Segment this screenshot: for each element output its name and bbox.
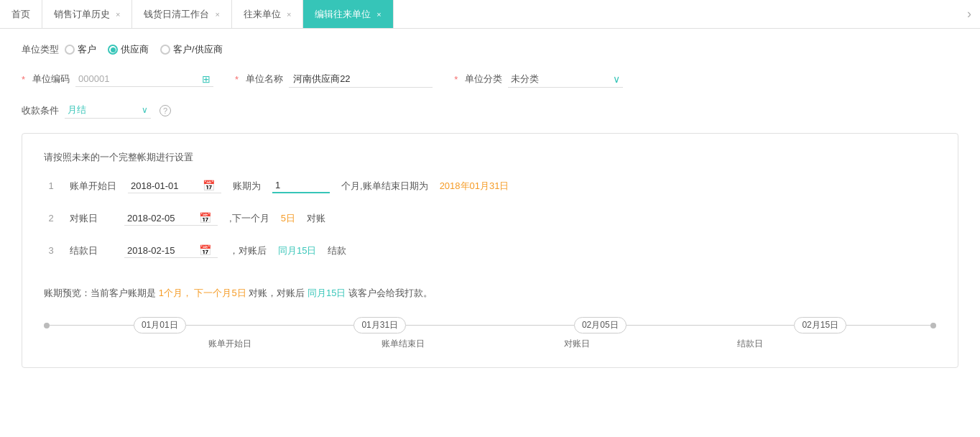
timeline-node-2: 01月31日: [353, 317, 406, 334]
payment-terms-label: 收款条件: [22, 104, 59, 117]
required-star2: *: [235, 74, 239, 85]
tl-seg-5: [846, 325, 930, 326]
calendar-icon-2[interactable]: 📅: [199, 212, 211, 224]
reconcile-suffix: 对账: [307, 212, 325, 225]
tabs-bar: 首页 销售订单历史 × 钱货日清工作台 × 往来单位 × 编辑往来单位 × ›: [0, 0, 980, 29]
timeline-node-4: 02月15日: [794, 317, 846, 334]
setting-row-3: 3 结款日 📅 ，对账后同月15日 结款: [44, 243, 936, 258]
payment-terms-select[interactable]: 月结 ∨: [65, 102, 151, 119]
payment-prefix: ，对账后: [229, 244, 267, 257]
settings-box: 请按照未来的一个完整帐期进行设置 1 账单开始日 📅 账期为 个月,账单结束日期…: [22, 133, 958, 368]
unit-category-dropdown[interactable]: 未分类 ∨: [508, 71, 623, 88]
radio-both-label: 客户/供应商: [173, 43, 223, 56]
unit-type-label: 单位类型: [22, 43, 59, 56]
row-label-reconcile: 对账日: [70, 212, 113, 225]
row-label-start: 账单开始日: [70, 180, 116, 193]
unit-name-group: * 单位名称: [235, 70, 433, 88]
reconcile-highlight: 5日: [281, 212, 295, 225]
timeline-node-3: 02月05日: [574, 317, 627, 334]
close-icon[interactable]: ×: [215, 10, 219, 19]
timeline-pill-1: 01月01日: [134, 317, 186, 334]
radio-customer[interactable]: 客户: [65, 43, 96, 56]
timeline-pill-4: 02月15日: [794, 317, 846, 334]
required-star3: *: [454, 74, 458, 85]
payment-terms-group: 收款条件 月结 ∨ ?: [22, 102, 171, 119]
tab-cash-work[interactable]: 钱货日清工作台 ×: [132, 0, 231, 28]
tab-home-label: 首页: [11, 8, 30, 21]
tab-partner-label: 往来单位: [244, 8, 281, 21]
preview-part5: 该客户会给我打款。: [348, 288, 433, 298]
payment-date-input[interactable]: [127, 245, 199, 256]
start-date-input[interactable]: [131, 180, 203, 191]
start-date-input-group: 📅: [128, 178, 221, 193]
unit-info-row: * 单位编码 ⊞ * 单位名称 * 单位分类 未分类 ∨: [22, 70, 958, 88]
tl-label-4: 结款日: [737, 339, 763, 349]
tab-sales-history-label: 销售订单历史: [54, 8, 110, 21]
period-input[interactable]: [272, 178, 330, 193]
radio-both-circle: [160, 45, 170, 55]
unit-name-label: 单位名称: [246, 73, 283, 86]
radio-supplier-circle: [108, 45, 118, 55]
unit-type-group: 单位类型 客户 供应商 客户/供应商: [22, 43, 223, 56]
preview-part1: 1个月，: [159, 288, 192, 298]
help-icon[interactable]: ?: [160, 105, 171, 116]
tab-home[interactable]: 首页: [0, 0, 42, 28]
end-date-highlight: 2018年01月31日: [440, 180, 509, 193]
preview-text: 账期预览：当前客户账期是 1个月， 下一个月5日 对账，对账后 同月15日 该客…: [44, 287, 936, 300]
timeline-dot-right: [930, 323, 936, 328]
unit-category-group: * 单位分类 未分类 ∨: [454, 71, 623, 88]
preview-part3: 对账，对账后: [249, 288, 305, 298]
reconcile-date-input-group: 📅: [124, 211, 218, 226]
radio-both[interactable]: 客户/供应商: [160, 43, 223, 56]
radio-customer-circle: [65, 45, 75, 55]
timeline: 01月01日 01月31日 02月05日 02月15日: [44, 317, 936, 334]
payment-date-input-group: 📅: [124, 243, 218, 258]
chevron-down-icon-2[interactable]: ∨: [142, 105, 148, 115]
payment-terms-row: 收款条件 月结 ∨ ?: [22, 102, 958, 119]
tl-label-1: 账单开始日: [208, 339, 251, 349]
settings-title: 请按照未来的一个完整帐期进行设置: [44, 151, 936, 164]
close-icon[interactable]: ×: [376, 10, 381, 19]
row-number-1: 1: [44, 180, 58, 191]
setting-row-1: 1 账单开始日 📅 账期为 个月,账单结束日期为 2018年01月31日: [44, 178, 936, 193]
payment-highlight: 同月15日: [278, 244, 316, 257]
timeline-dot-left: [44, 323, 50, 328]
tab-more-button[interactable]: ›: [958, 6, 980, 22]
setting-row-2: 2 对账日 📅 ,下一个月5日 对账: [44, 211, 936, 226]
close-icon[interactable]: ×: [287, 10, 291, 19]
chevron-down-icon[interactable]: ∨: [613, 73, 620, 85]
radio-group: 客户 供应商 客户/供应商: [65, 43, 223, 56]
timeline-labels: 账单开始日 账单结束日 对账日 结款日: [44, 338, 936, 350]
unit-category-label: 单位分类: [465, 73, 502, 86]
timeline-pill-3: 02月05日: [574, 317, 627, 334]
tl-seg-4: [627, 325, 795, 326]
tl-label-2: 账单结束日: [382, 339, 425, 349]
calendar-icon[interactable]: 📅: [203, 180, 215, 191]
preview-part2: 下一个月5日: [194, 288, 246, 298]
row-number-2: 2: [44, 213, 58, 224]
close-icon[interactable]: ×: [116, 10, 120, 19]
tab-partner[interactable]: 往来单位 ×: [232, 0, 303, 28]
unit-code-input[interactable]: [78, 73, 199, 84]
timeline-pill-2: 01月31日: [353, 317, 406, 334]
radio-supplier[interactable]: 供应商: [108, 43, 149, 56]
preview-section: 账期预览：当前客户账期是 1个月， 下一个月5日 对账，对账后 同月15日 该客…: [44, 275, 936, 350]
reconcile-prefix: ,下一个月: [229, 212, 269, 225]
row-number-3: 3: [44, 245, 58, 256]
period-suffix: 个月,账单结束日期为: [341, 180, 428, 193]
preview-part4: 同月15日: [308, 288, 346, 298]
copy-icon[interactable]: ⊞: [202, 73, 211, 85]
timeline-node-1: 01月01日: [134, 317, 186, 334]
unit-type-row: 单位类型 客户 供应商 客户/供应商: [22, 43, 958, 56]
tab-sales-history[interactable]: 销售订单历史 ×: [42, 0, 132, 28]
reconcile-date-input[interactable]: [127, 213, 199, 224]
calendar-icon-3[interactable]: 📅: [199, 244, 211, 256]
radio-supplier-label: 供应商: [121, 43, 149, 56]
required-star: *: [22, 74, 25, 85]
unit-code-label: 单位编码: [32, 73, 70, 86]
tl-label-3: 对账日: [564, 339, 590, 349]
tab-edit-partner[interactable]: 编辑往来单位 ×: [303, 0, 393, 28]
payment-suffix: 结款: [328, 244, 346, 257]
unit-name-input[interactable]: [289, 70, 433, 88]
tab-cash-work-label: 钱货日清工作台: [144, 8, 209, 21]
